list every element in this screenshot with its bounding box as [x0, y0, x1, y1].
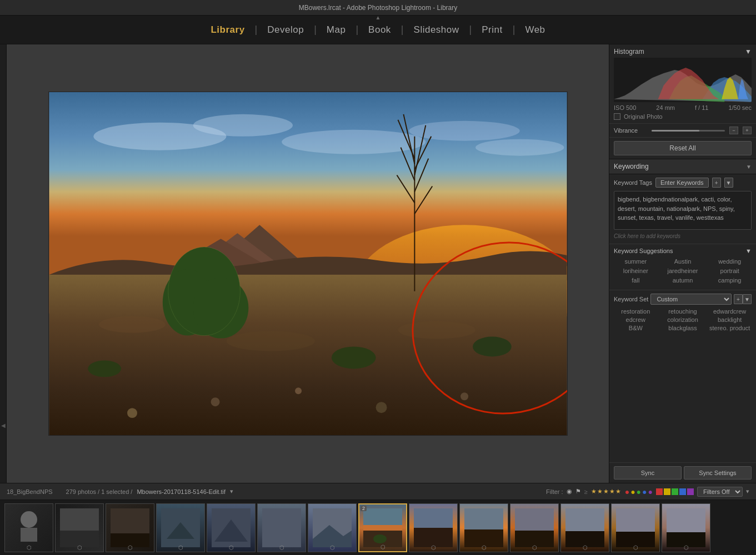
main-layout: ◀: [0, 44, 756, 483]
blue-sq[interactable]: [679, 488, 686, 495]
vibrance-plus-btn[interactable]: +: [743, 127, 752, 134]
filmstrip-thumb-5[interactable]: ⬡: [207, 503, 256, 552]
keyword-set-colorization[interactable]: colorization: [661, 316, 705, 323]
filmstrip-thumb-13[interactable]: ⬡: [611, 503, 660, 552]
filename-link[interactable]: Mbowers-20170118-5146-Edit.tif: [137, 488, 226, 495]
keyword-set-restoration[interactable]: restoration: [614, 308, 658, 315]
original-photo-row: Original Photo: [614, 113, 752, 120]
filter-flag-icon[interactable]: ⚑: [575, 488, 581, 495]
suggestion-loriheiner[interactable]: loriheiner: [614, 267, 658, 275]
thumb-4-icon: ⬡: [178, 544, 183, 551]
sync-settings-button[interactable]: Sync Settings: [684, 466, 752, 480]
titlebar: MBowers.lrcat - Adobe Photoshop Lightroo…: [0, 0, 756, 16]
keyword-set-section: Keyword Set Custom Outdoor Photography T…: [609, 290, 756, 335]
svg-rect-40: [111, 508, 149, 533]
keyword-set-stereo[interactable]: stereo. product: [708, 325, 752, 331]
filmstrip-thumb-14[interactable]: ⬡: [662, 503, 710, 552]
center-area: [7, 44, 609, 483]
filmstrip-thumb-12[interactable]: ⬡: [560, 503, 609, 552]
filmstrip-thumb-7[interactable]: ⬡: [308, 503, 357, 552]
filter-circle-icon[interactable]: ◉: [567, 488, 572, 495]
nav-develop[interactable]: Develop: [257, 24, 314, 36]
green-sq[interactable]: [672, 488, 678, 495]
filmstrip-thumb-4[interactable]: ⬡: [156, 503, 205, 552]
enter-keywords-button[interactable]: Enter Keywords: [655, 178, 709, 188]
keyword-set-options-btn[interactable]: +: [734, 294, 743, 304]
yellow-sq[interactable]: [664, 488, 670, 495]
svg-point-36: [21, 511, 37, 528]
focal-length: 24 mm: [656, 104, 675, 111]
vibrance-slider[interactable]: [652, 130, 725, 132]
reset-all-button[interactable]: Reset All: [614, 141, 752, 155]
nav-web[interactable]: Web: [515, 24, 555, 36]
suggestion-wedding[interactable]: wedding: [708, 258, 752, 265]
keyword-set-retouching[interactable]: retouching: [661, 308, 705, 315]
histogram-dropdown-icon[interactable]: ▼: [745, 48, 752, 56]
keyword-set-bw[interactable]: B&W: [614, 325, 658, 331]
nav-slideshow[interactable]: Slideshow: [404, 24, 469, 36]
suggestion-camping[interactable]: camping: [708, 276, 752, 284]
svg-rect-61: [616, 508, 655, 533]
suggestion-summer[interactable]: summer: [614, 258, 658, 265]
filmstrip-thumb-2[interactable]: ⬡: [55, 503, 104, 552]
purple-sq[interactable]: [687, 488, 694, 495]
nav-library[interactable]: Library: [201, 24, 254, 36]
red-dot-icon[interactable]: ●: [625, 487, 629, 496]
filename-dropdown-icon[interactable]: ▾: [230, 488, 233, 495]
purple-dot-icon[interactable]: ●: [648, 487, 653, 496]
thumb-11-icon: ⬡: [532, 544, 537, 551]
thumb-10-icon: ⬡: [482, 544, 487, 551]
color-squares: [656, 488, 694, 495]
thumb-13-icon: ⬡: [633, 544, 638, 551]
filmstrip-thumb-6[interactable]: ⬡: [257, 503, 306, 552]
keyword-set-label: Keyword Set: [614, 296, 648, 302]
green-dot-icon[interactable]: ●: [637, 487, 641, 496]
red-sq[interactable]: [656, 488, 663, 495]
keyword-set-edwardcrew[interactable]: edwardcrew: [708, 308, 752, 315]
suggestion-autumn[interactable]: autumn: [661, 276, 705, 284]
thumb-1-icon: ⬡: [27, 544, 32, 551]
keyword-set-dropdown-btn[interactable]: ▼: [743, 294, 752, 304]
keyword-dropdown-btn[interactable]: ▼: [724, 178, 733, 188]
keywords-display[interactable]: bigbend, bigbendnationalpark, cacti, col…: [614, 191, 752, 230]
blue-dot-icon[interactable]: ●: [642, 487, 647, 496]
keyword-options-btn[interactable]: +: [712, 178, 721, 188]
svg-point-5: [475, 139, 564, 156]
keyword-set-select[interactable]: Custom Outdoor Photography Travel: [650, 294, 732, 305]
svg-point-31: [295, 387, 302, 394]
keyword-set-edcrew[interactable]: edcrew: [614, 316, 658, 323]
suggestion-austin[interactable]: Austin: [661, 258, 705, 265]
right-panel: Histogram ▼: [609, 44, 756, 483]
keywording-section-header[interactable]: Keywording ▼: [609, 159, 756, 174]
left-panel-toggle[interactable]: ◀: [0, 44, 7, 483]
click-to-add-keywords[interactable]: Click here to add keywords: [614, 232, 752, 240]
star-rating-filter[interactable]: ★★★★★: [591, 488, 622, 495]
filters-chevron-icon[interactable]: ▾: [746, 488, 749, 495]
filmstrip-thumb-8[interactable]: 2 ⬡: [358, 503, 407, 552]
nav-book[interactable]: Book: [358, 24, 401, 36]
filmstrip-thumb-1[interactable]: ⬡: [4, 503, 53, 552]
keyword-set-backlight[interactable]: backlight: [708, 316, 752, 323]
vibrance-minus-btn[interactable]: −: [729, 127, 738, 134]
suggestion-portrait[interactable]: portrait: [708, 267, 752, 275]
svg-point-13: [398, 321, 475, 339]
filters-off-select[interactable]: Filters Off Flagged Rated: [697, 487, 743, 497]
filmstrip-thumb-11[interactable]: ⬡: [510, 503, 559, 552]
keyword-set-blackglass[interactable]: blackglass: [661, 325, 705, 331]
color-filter-dots: ● ● ● ● ●: [625, 487, 653, 496]
nav-print[interactable]: Print: [472, 24, 512, 36]
original-photo-checkbox[interactable]: [614, 113, 620, 120]
aperture: f / 11: [695, 104, 708, 111]
svg-point-11: [99, 316, 166, 333]
suggestion-fall[interactable]: fall: [614, 276, 658, 284]
histogram-header: Histogram ▼: [614, 48, 752, 56]
filmstrip-thumb-10[interactable]: ⬡: [459, 503, 508, 552]
filmstrip-thumb-3[interactable]: ⬡: [106, 503, 154, 552]
suggestion-jaredheiner[interactable]: jaredheiner: [661, 267, 705, 275]
nav-map[interactable]: Map: [317, 24, 356, 36]
keyword-suggestions-chevron-icon[interactable]: ▼: [745, 248, 752, 254]
titlebar-text: MBowers.lrcat - Adobe Photoshop Lightroo…: [299, 4, 457, 12]
sync-button[interactable]: Sync: [614, 466, 682, 480]
filmstrip-thumb-9[interactable]: ⬡: [409, 503, 458, 552]
yellow-dot-icon[interactable]: ●: [630, 487, 635, 496]
